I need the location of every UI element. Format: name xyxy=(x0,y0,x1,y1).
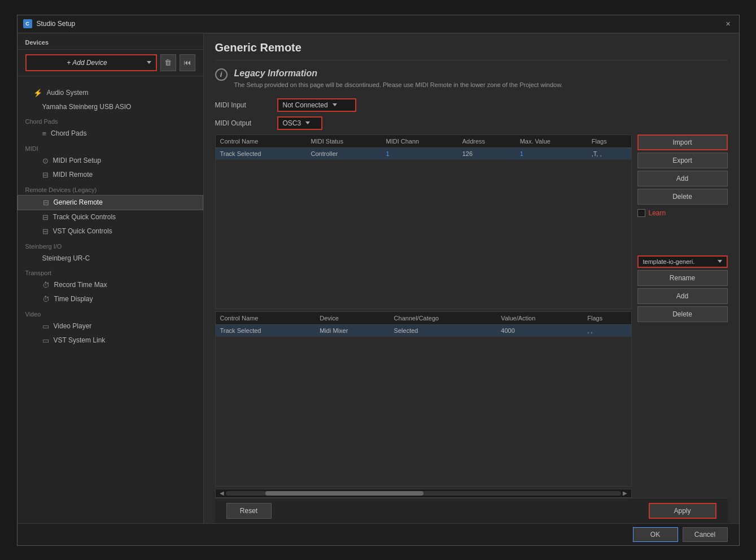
sidebar-item-chord-pads[interactable]: ≡ Chord Pads xyxy=(18,127,203,141)
studio-setup-dialog: C Studio Setup × Devices + Add Device 🗑 … xyxy=(17,15,740,546)
midi-input-row: MIDI Input Not Connected xyxy=(215,98,728,112)
right-buttons-panel: Import Export Add Delete Learn template-… xyxy=(637,134,728,498)
apply-button[interactable]: Apply xyxy=(649,503,716,519)
sidebar-item-steinberg-ur-c[interactable]: Steinberg UR-C xyxy=(18,251,203,265)
upper-table: Control Name MIDI Status MIDI Chann Addr… xyxy=(216,135,631,160)
cell-midi-status: Controller xyxy=(307,147,382,159)
audio-icon: ⚡ xyxy=(33,89,42,97)
delete-upper-button[interactable]: Delete xyxy=(637,189,728,205)
legacy-info-box: i Legacy Information The Setup provided … xyxy=(215,68,728,89)
cell-midi-chann: 1 xyxy=(382,147,458,159)
sidebar-item-vst-system-link[interactable]: ▭ VST System Link xyxy=(18,333,203,348)
track-quick-controls-label: Track Quick Controls xyxy=(53,213,116,221)
export-button[interactable]: Export xyxy=(637,153,728,168)
table-row[interactable]: Track Selected Controller 1 126 1 ,T, , xyxy=(216,147,631,159)
generic-remote-icon: ⊟ xyxy=(43,198,49,207)
generic-remote-label: Generic Remote xyxy=(54,198,103,206)
cell-address: 126 xyxy=(458,147,515,159)
cell2-device: Midi Mixer xyxy=(315,325,389,337)
sidebar-item-video-player[interactable]: ▭ Video Player xyxy=(18,319,203,333)
sidebar-item-yamaha-asio[interactable]: Yamaha Steinberg USB ASIO xyxy=(18,100,203,114)
steinberg-io-group-label: Steinberg I/O xyxy=(18,238,203,251)
col-address: Address xyxy=(458,135,515,148)
dialog-body: Devices + Add Device 🗑 ⏮ ⚡ Audio System … xyxy=(18,33,739,523)
col2-control-name: Control Name xyxy=(216,312,316,325)
delete-device-button[interactable]: 🗑 xyxy=(160,54,176,71)
sidebar-item-midi-port-setup[interactable]: ⊙ MIDI Port Setup xyxy=(18,154,203,168)
reset-button[interactable]: Reset xyxy=(226,503,272,519)
midi-group-label: MIDI xyxy=(18,141,203,154)
reorder-device-button[interactable]: ⏮ xyxy=(180,54,195,71)
legacy-info-title: Legacy Information xyxy=(234,68,563,79)
scroll-right-arrow[interactable]: ▶ xyxy=(621,490,629,496)
template-dropdown-arrow xyxy=(718,260,722,263)
midi-port-icon: ⊙ xyxy=(42,157,49,165)
cancel-button[interactable]: Cancel xyxy=(683,527,728,542)
remote-devices-group-label: Remote Devices (Legacy) xyxy=(18,182,203,195)
add-device-button[interactable]: + Add Device xyxy=(25,54,157,71)
midi-output-label: MIDI Output xyxy=(215,119,272,127)
upper-table-scroll[interactable]: Control Name MIDI Status MIDI Chann Addr… xyxy=(215,134,632,309)
add-device-dropdown-arrow xyxy=(147,61,151,64)
sidebar-item-vst-quick-controls[interactable]: ⊟ VST Quick Controls xyxy=(18,224,203,238)
vst-system-link-label: VST System Link xyxy=(54,336,106,344)
rename-button[interactable]: Rename xyxy=(637,270,728,286)
add-device-label: + Add Device xyxy=(31,59,143,67)
midi-output-dropdown[interactable]: OSC3 xyxy=(277,116,322,130)
midi-port-setup-label: MIDI Port Setup xyxy=(53,157,101,164)
midi-output-arrow xyxy=(305,121,310,124)
sidebar-item-audio-system[interactable]: ⚡ Audio System xyxy=(18,86,203,100)
learn-checkbox[interactable] xyxy=(637,209,645,217)
import-button[interactable]: Import xyxy=(637,134,728,150)
sidebar-item-generic-remote[interactable]: ⊟ Generic Remote xyxy=(18,195,203,210)
main-content: Generic Remote i Legacy Information The … xyxy=(204,33,739,523)
chord-pads-label: Chord Pads xyxy=(51,129,86,137)
col-midi-chann: MIDI Chann xyxy=(382,135,458,148)
sidebar-item-record-time-max[interactable]: ⏱ Record Time Max xyxy=(18,278,203,292)
sidebar-item-track-quick-controls[interactable]: ⊟ Track Quick Controls xyxy=(18,210,203,224)
steinberg-ur-c-label: Steinberg UR-C xyxy=(42,254,90,262)
col2-channel-category: Channel/Catego xyxy=(390,312,497,325)
track-qc-icon: ⊟ xyxy=(42,213,49,222)
record-time-icon: ⏱ xyxy=(42,281,50,289)
video-player-label: Video Player xyxy=(54,322,92,330)
learn-label: Learn xyxy=(649,209,666,217)
col2-value-action: Value/Action xyxy=(496,312,583,325)
cell2-control-name: Track Selected xyxy=(216,325,316,337)
sidebar-item-midi-remote[interactable]: ⊟ MIDI Remote xyxy=(18,168,203,182)
col-control-name: Control Name xyxy=(216,135,307,148)
dialog-footer: OK Cancel xyxy=(18,523,739,545)
scrollbar-track[interactable] xyxy=(226,491,621,496)
audio-system-label: Audio System xyxy=(47,89,89,97)
delete-lower-button[interactable]: Delete xyxy=(637,306,728,322)
template-dropdown[interactable]: template-io-generi. xyxy=(637,255,728,268)
scrollbar-thumb xyxy=(265,491,423,496)
horizontal-scrollbar[interactable]: ◀ ▶ xyxy=(215,489,632,498)
close-button[interactable]: × xyxy=(723,19,733,29)
learn-row: Learn xyxy=(637,209,728,217)
cell2-flags: , , xyxy=(583,325,631,337)
add-upper-button[interactable]: Add xyxy=(637,171,728,186)
devices-header: Devices xyxy=(18,33,203,50)
dialog-title: Studio Setup xyxy=(37,20,76,28)
ok-button[interactable]: OK xyxy=(633,527,678,542)
scroll-left-arrow[interactable]: ◀ xyxy=(218,490,226,496)
legacy-info-description: The Setup provided on this page will be … xyxy=(234,81,563,89)
record-time-max-label: Record Time Max xyxy=(54,281,107,289)
video-group-label: Video xyxy=(18,306,203,319)
midi-output-row: MIDI Output OSC3 xyxy=(215,116,728,130)
info-icon: i xyxy=(215,68,228,81)
time-display-icon: ⏱ xyxy=(42,295,50,303)
add-lower-button[interactable]: Add xyxy=(637,288,728,304)
audio-system-item xyxy=(18,80,203,86)
table-section: Control Name MIDI Status MIDI Chann Addr… xyxy=(215,134,632,498)
lower-table-scroll[interactable]: Control Name Device Channel/Catego Value… xyxy=(215,311,632,486)
table-row[interactable]: Track Selected Midi Mixer Selected 4000 … xyxy=(216,325,631,337)
midi-input-dropdown[interactable]: Not Connected xyxy=(277,98,356,112)
cell-control-name: Track Selected xyxy=(216,147,307,159)
sidebar-item-time-display[interactable]: ⏱ Time Display xyxy=(18,292,203,306)
vst-quick-controls-label: VST Quick Controls xyxy=(53,227,112,235)
sidebar-list: ⚡ Audio System Yamaha Steinberg USB ASIO… xyxy=(18,76,203,523)
time-display-label: Time Display xyxy=(54,295,93,303)
chord-pads-group-label: Chord Pads xyxy=(18,114,203,127)
